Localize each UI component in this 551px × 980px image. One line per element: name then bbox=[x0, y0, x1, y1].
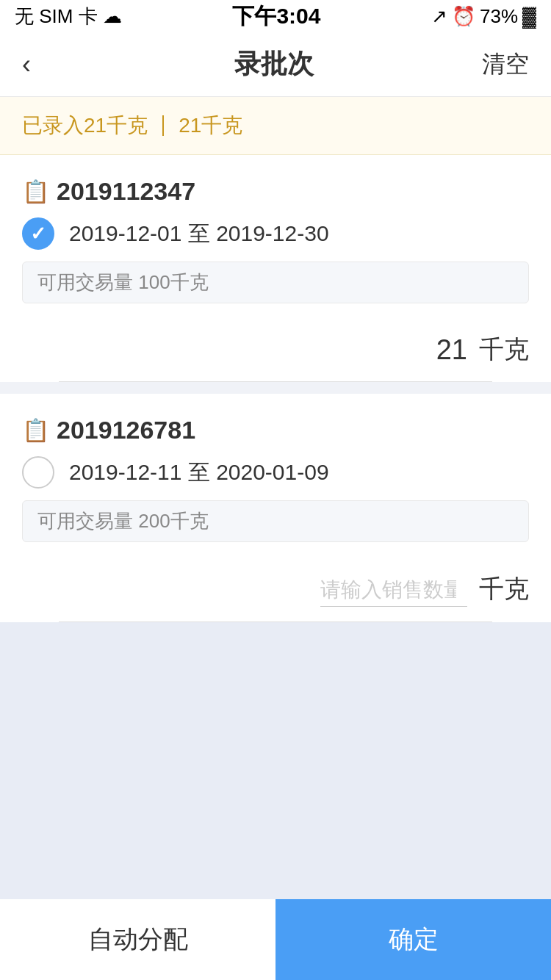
battery-icon: ▓ bbox=[522, 5, 536, 28]
confirm-button[interactable]: 确定 bbox=[276, 899, 551, 980]
batch-row-2: 2019-12-11 至 2020-01-09 bbox=[22, 456, 529, 489]
clear-button[interactable]: 清空 bbox=[482, 48, 529, 81]
page-title: 录批次 bbox=[234, 46, 314, 82]
alarm-icon: ⏰ bbox=[452, 5, 475, 28]
section-separator bbox=[0, 382, 551, 394]
status-left: 无 SIM 卡 ☁ bbox=[15, 4, 122, 29]
batch-doc-icon-2: 📋 bbox=[22, 417, 49, 443]
batch-header-1: 📋 2019112347 bbox=[22, 177, 529, 206]
batch-id-1: 2019112347 bbox=[57, 177, 195, 206]
available-tag-2: 可用交易量 200千克 bbox=[22, 500, 529, 542]
amount-row-1: 21 千克 bbox=[0, 318, 551, 381]
amount-value: 21千克 bbox=[179, 112, 242, 140]
recorded-amount: 已录入21千克 bbox=[22, 112, 148, 140]
info-banner: 已录入21千克 21千克 bbox=[0, 97, 551, 155]
radio-checked-1[interactable] bbox=[22, 217, 54, 250]
amount-row-2: 千克 bbox=[0, 557, 551, 621]
batch-header-2: 📋 2019126781 bbox=[22, 416, 529, 444]
battery-level: 73% bbox=[480, 5, 518, 28]
nav-bar: ‹ 录批次 清空 bbox=[0, 32, 551, 97]
location-icon: ↗ bbox=[431, 5, 447, 28]
batch-date-2: 2019-12-11 至 2020-01-09 bbox=[69, 458, 329, 488]
status-time: 下午3:04 bbox=[232, 1, 320, 32]
status-right: ↗ ⏰ 73% ▓ bbox=[431, 5, 536, 28]
radio-unchecked-2[interactable] bbox=[22, 456, 54, 489]
quantity-input-2[interactable] bbox=[320, 572, 467, 607]
available-tag-1: 可用交易量 100千克 bbox=[22, 262, 529, 303]
banner-divider bbox=[162, 115, 164, 136]
bottom-buttons: 自动分配 确定 bbox=[0, 899, 551, 980]
batch-date-1: 2019-12-01 至 2019-12-30 bbox=[69, 219, 329, 249]
auto-distribute-button[interactable]: 自动分配 bbox=[0, 899, 276, 980]
status-bar: 无 SIM 卡 ☁ 下午3:04 ↗ ⏰ 73% ▓ bbox=[0, 0, 551, 32]
amount-unit-2: 千克 bbox=[479, 572, 529, 606]
back-button[interactable]: ‹ bbox=[22, 49, 66, 80]
amount-unit-1: 千克 bbox=[479, 333, 529, 367]
sim-indicator: 无 SIM 卡 ☁ bbox=[15, 4, 122, 29]
batch-card-2: 📋 2019126781 2019-12-11 至 2020-01-09 可用交… bbox=[0, 394, 551, 542]
batch-id-2: 2019126781 bbox=[57, 416, 195, 444]
amount-number-1: 21 bbox=[436, 334, 467, 366]
batch-row-1: 2019-12-01 至 2019-12-30 bbox=[22, 217, 529, 250]
batch-card-1: 📋 2019112347 2019-12-01 至 2019-12-30 可用交… bbox=[0, 155, 551, 303]
batch-doc-icon: 📋 bbox=[22, 179, 49, 204]
